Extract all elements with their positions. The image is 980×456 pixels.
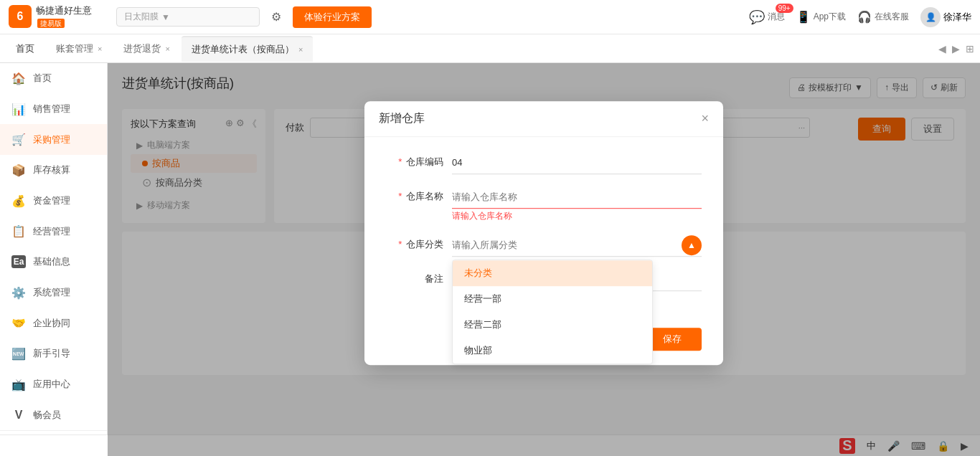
warehouse-category-label: * 仓库分类	[386, 234, 443, 251]
tab-purchase-return[interactable]: 进货退货 ×	[113, 36, 179, 62]
search-dropdown-arrow[interactable]: ▼	[161, 12, 170, 22]
required-star-code: *	[398, 156, 402, 167]
trial-button[interactable]: 体验行业方案	[293, 6, 372, 28]
app-download-area[interactable]: 📱 App下载	[796, 10, 846, 24]
top-header: 6 畅捷通好生意 捷易版 日太阳膜 ▼ ⚙ 体验行业方案 💬 99+ 消息 📱 …	[0, 0, 980, 34]
sidebar-item-operations-label: 经营管理	[33, 225, 70, 238]
notification-area[interactable]: 💬 99+ 消息	[749, 9, 785, 25]
modal-body: * 仓库编码 * 仓库名称 请输入仓库名称	[364, 137, 723, 319]
user-area[interactable]: 👤 徐泽华	[920, 7, 971, 27]
operations-icon: 📋	[11, 224, 26, 238]
sidebar-item-apps[interactable]: 📺 应用中心	[0, 369, 107, 400]
sidebar-item-finance-label: 资金管理	[33, 194, 70, 207]
tab-expand[interactable]: ⊞	[966, 43, 974, 54]
notification-label: 消息	[768, 11, 785, 23]
warehouse-name-error: 请输入仓库名称	[452, 210, 702, 222]
warehouse-code-label: * 仓库编码	[386, 151, 443, 168]
warehouse-category-input[interactable]	[452, 234, 702, 257]
basic-info-icon: Ea	[11, 255, 26, 268]
newbie-icon: 🆕	[11, 347, 26, 361]
sidebar: 🏠 首页 📊 销售管理 🛒 采购管理 📦 库存核算 💰 资金管理 📋 经营管理 …	[0, 63, 108, 456]
tab-bar-right: ◀ ▶ ⊞	[938, 43, 974, 54]
purchase-icon: 🛒	[11, 133, 26, 146]
tab-purchase-return-close[interactable]: ×	[165, 44, 169, 53]
warehouse-name-input[interactable]	[452, 186, 702, 209]
sidebar-item-enterprise[interactable]: 🤝 企业协同	[0, 308, 107, 338]
modal-header: 新增仓库 ×	[364, 101, 723, 137]
sidebar-item-purchase[interactable]: 🛒 采购管理	[0, 124, 107, 155]
online-service-area[interactable]: 🎧 在线客服	[857, 10, 909, 24]
sales-icon: 📊	[11, 103, 26, 116]
app-download-label: App下载	[814, 11, 846, 23]
tab-purchase-stats-label: 进货单统计表（按商品）	[192, 43, 294, 56]
warehouse-name-field: 请输入仓库名称	[452, 186, 702, 222]
user-avatar: 👤	[920, 7, 941, 27]
warehouse-code-row: * 仓库编码	[386, 151, 702, 174]
main-layout: 🏠 首页 📊 销售管理 🛒 采购管理 📦 库存核算 💰 资金管理 📋 经营管理 …	[0, 63, 980, 456]
tab-purchase-stats[interactable]: 进货单统计表（按商品） ×	[182, 36, 313, 62]
membership-icon: V	[11, 409, 26, 422]
category-dropdown-arrow[interactable]: ▲	[682, 235, 702, 255]
sidebar-item-purchase-label: 采购管理	[33, 133, 70, 146]
modal-title: 新增仓库	[379, 111, 425, 126]
logo-text: 畅捷通好生意	[36, 5, 92, 17]
tab-purchase-return-label: 进货退货	[123, 42, 161, 55]
notification-badge: 99+	[776, 4, 793, 13]
sidebar-item-inventory[interactable]: 📦 库存核算	[0, 155, 107, 186]
sidebar-item-sales[interactable]: 📊 销售管理	[0, 94, 107, 125]
sidebar-item-inventory-label: 库存核算	[33, 163, 70, 176]
dropdown-item-property[interactable]: 物业部	[453, 338, 652, 364]
sidebar-item-home[interactable]: 🏠 首页	[0, 63, 107, 94]
sidebar-item-newbie[interactable]: 🆕 新手引导	[0, 338, 107, 369]
logo-icon: 6	[9, 5, 32, 28]
dropdown-item-uncategorized[interactable]: 未分类	[453, 260, 652, 286]
sidebar-item-system[interactable]: ⚙️ 系统管理	[0, 277, 107, 308]
header-search: 日太阳膜 ▼ ⚙ 体验行业方案	[116, 6, 749, 28]
search-box[interactable]: 日太阳膜 ▼	[116, 7, 260, 27]
tab-home-label: 首页	[16, 42, 34, 55]
notes-label: 备注	[386, 268, 443, 285]
logo-area: 6 畅捷通好生意 捷易版	[9, 5, 116, 29]
tab-nav-left[interactable]: ◀	[938, 43, 946, 54]
category-select-wrapper: ▲	[452, 234, 702, 257]
dropdown-item-dept2[interactable]: 经营二部	[453, 312, 652, 338]
sidebar-item-newbie-label: 新手引导	[33, 347, 70, 360]
tab-nav-right[interactable]: ▶	[952, 43, 960, 54]
logo-badge: 捷易版	[37, 19, 65, 28]
user-name: 徐泽华	[943, 11, 971, 24]
search-value: 日太阳膜	[124, 11, 159, 23]
sidebar-item-membership[interactable]: V 畅会员	[0, 399, 107, 430]
tab-bar: 首页 账套管理 × 进货退货 × 进货单统计表（按商品） × ◀ ▶ ⊞	[0, 34, 980, 63]
required-star-category: *	[398, 239, 402, 250]
tab-purchase-stats-close[interactable]: ×	[298, 45, 303, 54]
tab-accounts[interactable]: 账套管理 ×	[46, 36, 112, 62]
modal-close-button[interactable]: ×	[701, 111, 709, 126]
warehouse-name-label: * 仓库名称	[386, 186, 443, 203]
category-dropdown: 未分类 经营一部 经营二部 物业部	[452, 260, 653, 364]
warehouse-code-input[interactable]	[452, 151, 702, 174]
header-right: 💬 99+ 消息 📱 App下载 🎧 在线客服 👤 徐泽华	[749, 7, 971, 27]
sidebar-item-home-label: 首页	[33, 72, 52, 85]
sidebar-item-basic-info[interactable]: Ea 基础信息	[0, 247, 107, 277]
tab-home[interactable]: 首页	[6, 36, 44, 62]
gear-icon[interactable]: ⚙	[271, 10, 281, 24]
sidebar-item-sales-label: 销售管理	[33, 103, 70, 115]
warehouse-code-field	[452, 151, 702, 174]
sidebar-item-enterprise-label: 企业协同	[33, 317, 70, 330]
sidebar-item-finance[interactable]: 💰 资金管理	[0, 186, 107, 217]
online-service-label: 在线客服	[875, 11, 909, 23]
tab-accounts-close[interactable]: ×	[98, 44, 102, 53]
warehouse-category-field: ▲ 未分类 经营一部 经营二部	[452, 234, 702, 257]
inventory-icon: 📦	[11, 163, 26, 177]
sidebar-item-system-label: 系统管理	[33, 286, 70, 299]
sidebar-item-basic-info-label: 基础信息	[33, 255, 70, 268]
dropdown-item-dept1[interactable]: 经营一部	[453, 286, 652, 312]
apps-icon: 📺	[11, 378, 26, 391]
sidebar-item-membership-label: 畅会员	[33, 409, 61, 422]
enterprise-icon: 🤝	[11, 316, 26, 330]
required-star-name: *	[398, 191, 402, 201]
home-icon: 🏠	[11, 72, 26, 85]
warehouse-name-row: * 仓库名称 请输入仓库名称	[386, 186, 702, 222]
finance-icon: 💰	[11, 194, 26, 208]
sidebar-item-operations[interactable]: 📋 经营管理	[0, 216, 107, 247]
